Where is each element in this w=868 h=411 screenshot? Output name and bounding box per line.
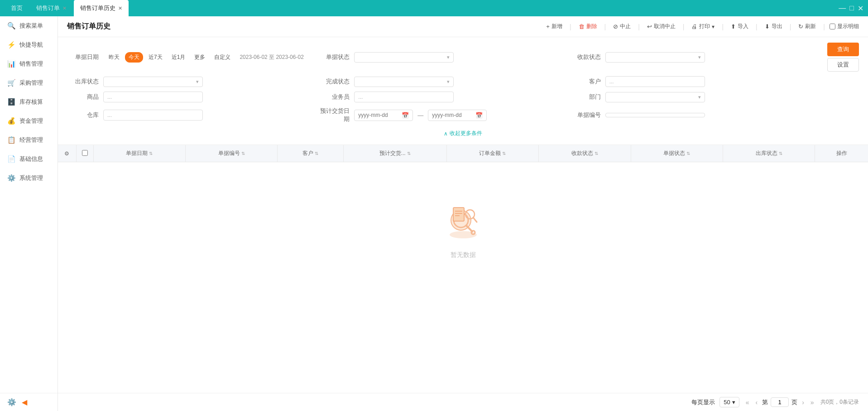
filter-doc-number-field <box>605 113 820 117</box>
restore-btn[interactable]: □ <box>849 4 854 12</box>
query-btn[interactable]: 查询 <box>827 43 859 56</box>
sidebar-item-basics[interactable]: 📄 基础信息 <box>0 150 58 169</box>
delete-btn[interactable]: 🗑 删除 <box>576 21 600 32</box>
department-chevron: ▾ <box>698 94 701 100</box>
date-quick-btns: 昨天 今天 近7天 近1月 更多 自定义 <box>105 52 234 63</box>
tab-bar: 首页 销售订单 ✕ 销售订单历史 ✕ <box>5 0 839 16</box>
print-icon: 🖨 <box>691 23 697 30</box>
export-btn[interactable]: ⬇ 导出 <box>762 21 785 32</box>
sort-delivery-icon: ⇅ <box>407 151 411 156</box>
close-tab-sales-order[interactable]: ✕ <box>62 5 67 11</box>
complete-status-select[interactable]: ▾ <box>354 77 454 87</box>
fold-filter-btn[interactable]: ∧ 收起更多条件 <box>67 128 859 139</box>
delivery-date-start[interactable]: 📅 <box>354 110 413 121</box>
tab-sales-order[interactable]: 销售订单 ✕ <box>30 0 73 16</box>
refresh-btn[interactable]: ↻ 刷新 <box>796 21 819 32</box>
sidebar-item-sales[interactable]: 📊 销售管理 <box>0 54 58 73</box>
customer-select[interactable]: ... <box>605 76 705 87</box>
warehouse-select[interactable]: ... <box>103 110 203 121</box>
delivery-date-start-input[interactable] <box>358 112 399 118</box>
tab-home[interactable]: 首页 <box>5 0 29 16</box>
filter-salesperson-field: ... <box>354 92 569 102</box>
total-info: 共0页，0条记录 <box>820 398 859 406</box>
doc-number-input[interactable] <box>605 113 705 117</box>
product-select[interactable]: ... <box>103 92 203 102</box>
filter-label-date: 单据日期 <box>67 53 103 61</box>
minimize-btn[interactable]: — <box>839 4 846 12</box>
date-btn-custom[interactable]: 自定义 <box>211 52 234 63</box>
th-date[interactable]: 单据日期 ⇅ <box>93 145 185 162</box>
page-first-btn[interactable]: « <box>744 398 751 407</box>
calendar-start-icon[interactable]: 📅 <box>402 112 409 119</box>
stop-btn[interactable]: ⊘ 中止 <box>610 21 633 32</box>
department-select[interactable]: ▾ <box>605 92 705 102</box>
svg-line-3 <box>466 226 472 232</box>
refresh-icon: ↻ <box>798 23 803 30</box>
page-input[interactable] <box>771 397 789 407</box>
sidebar-item-search[interactable]: 🔍 搜索菜单 <box>0 16 58 35</box>
sidebar-item-operations[interactable]: 📋 经营管理 <box>0 131 58 150</box>
delivery-date-end[interactable]: 📅 <box>428 110 487 121</box>
cancel-stop-btn[interactable]: ↩ 取消中止 <box>644 21 678 32</box>
sidebar-item-quick-nav[interactable]: ⚡ 快捷导航 <box>0 35 58 54</box>
date-btn-1month[interactable]: 近1月 <box>168 52 189 63</box>
filter-label-customer: 客户 <box>569 77 605 86</box>
th-settings[interactable]: ⚙ <box>58 145 76 162</box>
outbound-status-select[interactable]: ▾ <box>103 77 203 87</box>
th-delivery[interactable]: 预计交货... ⇅ <box>343 145 446 162</box>
th-checkbox[interactable] <box>76 145 93 162</box>
import-icon: ⬆ <box>731 23 736 30</box>
top-bar: 首页 销售订单 ✕ 销售订单历史 ✕ — □ ✕ <box>0 0 868 16</box>
sidebar-settings-btn[interactable]: ⚙️ <box>7 398 16 406</box>
delivery-date-end-input[interactable] <box>432 112 473 118</box>
close-tab-sales-history[interactable]: ✕ <box>118 5 122 11</box>
th-payment-status[interactable]: 收款状态 ⇅ <box>539 145 631 162</box>
date-btn-more[interactable]: 更多 <box>191 52 209 63</box>
display-detail-checkbox[interactable] <box>830 24 835 29</box>
sidebar-item-system[interactable]: ⚙️ 系统管理 <box>0 169 58 188</box>
order-status-select[interactable]: ▾ <box>354 52 454 63</box>
cancel-stop-icon: ↩ <box>647 23 652 30</box>
sort-docnum-icon: ⇅ <box>241 151 245 156</box>
filter-label-department: 部门 <box>569 93 605 101</box>
select-all-checkbox[interactable] <box>82 150 88 156</box>
th-customer[interactable]: 客户 ⇅ <box>278 145 344 162</box>
sidebar-item-finance[interactable]: 💰 资金管理 <box>0 111 58 131</box>
purchase-icon: 🛒 <box>7 79 16 87</box>
close-btn[interactable]: ✕ <box>858 4 863 13</box>
sort-outbound-icon: ⇅ <box>779 151 782 156</box>
date-btn-7days[interactable]: 近7天 <box>145 52 166 63</box>
sidebar-bottom: ⚙️ ◀ <box>0 393 58 411</box>
sort-order-icon: ⇅ <box>686 151 690 156</box>
th-outbound[interactable]: 出库状态 ⇅ <box>723 145 815 162</box>
salesperson-select[interactable]: ... <box>354 92 454 102</box>
date-btn-today[interactable]: 今天 <box>125 52 143 63</box>
page-next-btn[interactable]: › <box>800 398 806 407</box>
import-btn[interactable]: ⬆ 导入 <box>728 21 751 32</box>
filter-order-status-field: ▾ <box>354 52 569 63</box>
print-btn[interactable]: 🖨 打印 ▾ <box>689 21 717 32</box>
th-order-status[interactable]: 单据状态 ⇅ <box>631 145 723 162</box>
sidebar-item-inventory[interactable]: 🗄️ 库存核算 <box>0 92 58 111</box>
page-prev-btn[interactable]: ‹ <box>754 398 760 407</box>
th-amount[interactable]: 订单金额 ⇅ <box>446 145 538 162</box>
filter-payment-status-field: ▾ <box>605 52 820 63</box>
filter-row-1: 单据日期 昨天 今天 近7天 近1月 更多 自定义 2023-06-02 至 2… <box>67 43 859 72</box>
payment-status-select[interactable]: ▾ <box>605 52 705 63</box>
tab-sales-order-history[interactable]: 销售订单历史 ✕ <box>74 0 129 16</box>
filter-department-field: ▾ <box>605 92 820 102</box>
add-btn[interactable]: + 新增 <box>543 21 565 32</box>
query-settings-wrap: 查询 设置 <box>827 43 859 72</box>
date-btn-yesterday[interactable]: 昨天 <box>105 52 123 63</box>
page-size-select[interactable]: 50 ▾ <box>719 397 739 407</box>
sidebar-item-purchase[interactable]: 🛒 采购管理 <box>0 73 58 92</box>
page-last-btn[interactable]: » <box>809 398 816 407</box>
filter-label-delivery-date: 预计交货日期 <box>318 107 354 123</box>
sidebar-collapse-btn[interactable]: ◀ <box>22 398 27 406</box>
calendar-end-icon[interactable]: 📅 <box>475 112 483 119</box>
page-size-chevron: ▾ <box>732 399 735 406</box>
settings-btn[interactable]: 设置 <box>827 58 859 72</box>
delete-icon: 🗑 <box>579 23 585 30</box>
display-detail-label[interactable]: 显示明细 <box>837 23 859 30</box>
th-doc-number[interactable]: 单据编号 ⇅ <box>185 145 277 162</box>
